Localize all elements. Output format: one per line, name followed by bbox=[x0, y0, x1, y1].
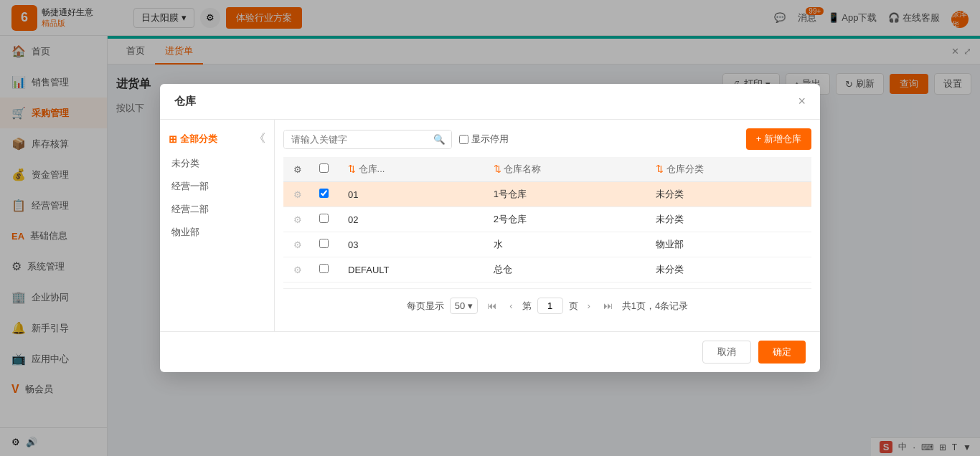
total-records: 共1页，4条记录 bbox=[622, 300, 688, 313]
table-row[interactable]: ⚙ DEFAULT 总仓 未分类 bbox=[283, 257, 811, 282]
row-settings-4: ⚙ bbox=[283, 257, 312, 282]
modal-overlay: 仓库 × ⊞ 全部分类 《 未分类 经营一部 经营二部 物业部 bbox=[0, 0, 980, 456]
table-toolbar: 🔍 显示停用 + 新增仓库 bbox=[283, 128, 811, 150]
row-name-2: 2号仓库 bbox=[486, 207, 649, 232]
table-row[interactable]: ⚙ 03 水 物业部 bbox=[283, 232, 811, 257]
add-warehouse-button[interactable]: + 新增仓库 bbox=[746, 128, 811, 150]
th-name: ⇅ 仓库名称 bbox=[486, 157, 649, 182]
search-input[interactable] bbox=[284, 130, 428, 148]
dialog-header: 仓库 × bbox=[160, 84, 820, 120]
warehouse-table: ⚙ ⇅ 仓库... ⇅ 仓库名称 ⇅ bbox=[283, 157, 811, 282]
row-cat-1: 未分类 bbox=[649, 182, 811, 207]
row-settings-2: ⚙ bbox=[283, 207, 312, 232]
row-settings-1: ⚙ bbox=[283, 182, 312, 207]
dialog-body: ⊞ 全部分类 《 未分类 经营一部 经营二部 物业部 🔍 bbox=[160, 120, 820, 331]
page-number-input[interactable] bbox=[537, 298, 563, 314]
per-page-select[interactable]: 50 ▾ bbox=[450, 298, 478, 314]
sort-icon2: ⇅ bbox=[494, 163, 501, 174]
cancel-button[interactable]: 取消 bbox=[702, 341, 751, 364]
row-name-4: 总仓 bbox=[486, 257, 649, 282]
row-code-1: 01 bbox=[341, 182, 486, 207]
row-check-4[interactable] bbox=[312, 257, 341, 282]
table-row[interactable]: ⚙ 02 2号仓库 未分类 bbox=[283, 207, 811, 232]
warehouse-dialog: 仓库 × ⊞ 全部分类 《 未分类 经营一部 经营二部 物业部 bbox=[160, 84, 820, 372]
row-cat-3: 物业部 bbox=[649, 232, 811, 257]
cat-item-ops2[interactable]: 经营二部 bbox=[160, 198, 274, 221]
show-disabled-toggle[interactable]: 显示停用 bbox=[459, 133, 509, 146]
search-button[interactable]: 🔍 bbox=[428, 130, 451, 148]
category-panel: ⊞ 全部分类 《 未分类 经营一部 经营二部 物业部 bbox=[160, 120, 275, 331]
row-name-3: 水 bbox=[486, 232, 649, 257]
row-cat-4: 未分类 bbox=[649, 257, 811, 282]
per-page-chevron: ▾ bbox=[468, 300, 473, 311]
dialog-title: 仓库 bbox=[174, 95, 196, 108]
row-check-1[interactable] bbox=[312, 182, 341, 207]
grid-icon: ⊞ bbox=[169, 133, 177, 145]
row-check-3[interactable] bbox=[312, 232, 341, 257]
cat-item-property[interactable]: 物业部 bbox=[160, 221, 274, 244]
page-label: 第 bbox=[522, 300, 532, 313]
first-page-button[interactable]: ⏮ bbox=[484, 299, 500, 313]
sort-icon: ⇅ bbox=[348, 163, 356, 174]
last-page-button[interactable]: ⏭ bbox=[600, 299, 616, 313]
row-check-2[interactable] bbox=[312, 207, 341, 232]
show-disabled-checkbox[interactable] bbox=[459, 135, 468, 144]
row-name-1: 1号仓库 bbox=[486, 182, 649, 207]
search-box: 🔍 bbox=[283, 130, 452, 149]
next-page-button[interactable]: › bbox=[584, 299, 594, 313]
category-all-label[interactable]: ⊞ 全部分类 bbox=[169, 133, 217, 146]
cat-item-ops1[interactable]: 经营一部 bbox=[160, 175, 274, 198]
row-cat-2: 未分类 bbox=[649, 207, 811, 232]
table-row[interactable]: ⚙ 01 1号仓库 未分类 bbox=[283, 182, 811, 207]
pagination: 每页显示 50 ▾ ⏮ ‹ 第 页 › ⏭ 共1页，4条记录 bbox=[283, 288, 811, 323]
confirm-button[interactable]: 确定 bbox=[758, 341, 806, 364]
row-code-2: 02 bbox=[341, 207, 486, 232]
th-code: ⇅ 仓库... bbox=[341, 157, 486, 182]
row-settings-3: ⚙ bbox=[283, 232, 312, 257]
sort-icon3: ⇅ bbox=[656, 163, 664, 174]
th-category: ⇅ 仓库分类 bbox=[649, 157, 811, 182]
th-settings: ⚙ bbox=[283, 157, 312, 182]
dialog-close-button[interactable]: × bbox=[798, 94, 806, 109]
prev-page-button[interactable]: ‹ bbox=[506, 299, 516, 313]
category-collapse-button[interactable]: 《 bbox=[254, 131, 265, 146]
category-header: ⊞ 全部分类 《 bbox=[160, 127, 274, 152]
select-all-checkbox[interactable] bbox=[319, 163, 329, 173]
page-unit: 页 bbox=[569, 300, 578, 313]
row-code-3: 03 bbox=[341, 232, 486, 257]
cat-item-uncategorized[interactable]: 未分类 bbox=[160, 152, 274, 175]
table-panel: 🔍 显示停用 + 新增仓库 ⚙ ⇅ bbox=[275, 120, 820, 331]
row-code-4: DEFAULT bbox=[341, 257, 486, 282]
th-checkbox bbox=[312, 157, 341, 182]
per-page-label: 每页显示 bbox=[407, 300, 444, 313]
dialog-footer: 取消 确定 bbox=[160, 331, 820, 372]
